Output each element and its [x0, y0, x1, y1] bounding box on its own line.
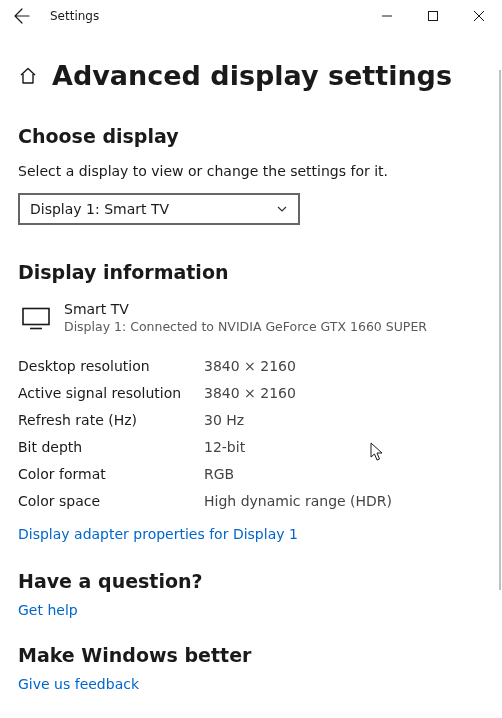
prop-label: Bit depth	[18, 439, 204, 455]
prop-label: Desktop resolution	[18, 358, 204, 374]
table-row: Active signal resolution3840 × 2160	[18, 379, 484, 406]
page-title: Advanced display settings	[52, 60, 452, 91]
adapter-properties-link[interactable]: Display adapter properties for Display 1	[18, 526, 298, 542]
table-row: Refresh rate (Hz)30 Hz	[18, 406, 484, 433]
window-controls	[364, 0, 502, 32]
prop-label: Color format	[18, 466, 204, 482]
svg-rect-1	[23, 309, 49, 325]
feedback-heading: Make Windows better	[18, 644, 484, 666]
give-feedback-link[interactable]: Give us feedback	[18, 676, 139, 692]
feedback-block: Make Windows better Give us feedback	[18, 644, 484, 692]
choose-display-heading: Choose display	[18, 125, 484, 147]
display-select-value: Display 1: Smart TV	[30, 201, 169, 217]
display-summary: Smart TV Display 1: Connected to NVIDIA …	[18, 301, 484, 334]
maximize-icon	[428, 11, 438, 21]
titlebar: Settings	[0, 0, 502, 32]
display-properties: Desktop resolution3840 × 2160 Active sig…	[18, 352, 484, 514]
page-header: Advanced display settings	[18, 60, 484, 91]
maximize-button[interactable]	[410, 0, 456, 32]
display-select[interactable]: Display 1: Smart TV	[18, 193, 300, 225]
get-help-link[interactable]: Get help	[18, 602, 78, 618]
prop-value: 30 Hz	[204, 412, 244, 428]
prop-label: Refresh rate (Hz)	[18, 412, 204, 428]
prop-value: 3840 × 2160	[204, 385, 296, 401]
display-info-heading: Display information	[18, 261, 484, 283]
home-icon[interactable]	[18, 66, 38, 86]
close-button[interactable]	[456, 0, 502, 32]
prop-value: 3840 × 2160	[204, 358, 296, 374]
prop-value: RGB	[204, 466, 234, 482]
chevron-down-icon	[276, 203, 288, 215]
window-title: Settings	[50, 9, 99, 23]
close-icon	[474, 11, 484, 21]
question-block: Have a question? Get help	[18, 570, 484, 618]
back-button[interactable]	[6, 0, 38, 32]
table-row: Bit depth12-bit	[18, 433, 484, 460]
monitor-icon	[22, 303, 50, 334]
prop-label: Color space	[18, 493, 204, 509]
table-row: Color formatRGB	[18, 460, 484, 487]
content-area: Advanced display settings Choose display…	[0, 32, 502, 718]
minimize-button[interactable]	[364, 0, 410, 32]
svg-rect-0	[429, 12, 438, 21]
minimize-icon	[382, 11, 392, 21]
table-row: Desktop resolution3840 × 2160	[18, 352, 484, 379]
question-heading: Have a question?	[18, 570, 484, 592]
table-row: Color spaceHigh dynamic range (HDR)	[18, 487, 484, 514]
display-name: Smart TV	[64, 301, 427, 317]
prop-value: High dynamic range (HDR)	[204, 493, 392, 509]
back-arrow-icon	[14, 8, 30, 24]
prop-value: 12-bit	[204, 439, 245, 455]
display-connection: Display 1: Connected to NVIDIA GeForce G…	[64, 319, 427, 334]
prop-label: Active signal resolution	[18, 385, 204, 401]
choose-display-desc: Select a display to view or change the s…	[18, 163, 484, 179]
